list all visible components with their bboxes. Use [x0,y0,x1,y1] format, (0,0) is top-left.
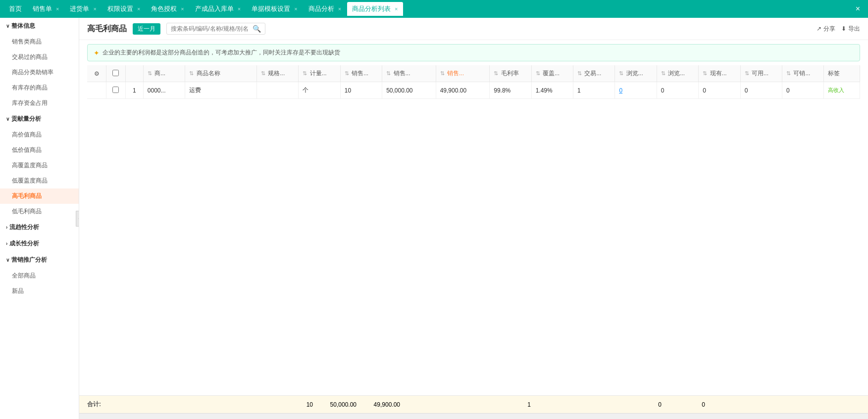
col-sales-profit[interactable]: ⇅ 销售... [436,65,490,82]
arrow-down-icon: ∨ [6,23,9,29]
nav-product-analysis-list[interactable]: 商品分析列表 × [347,2,403,16]
sort-icon-15: ⇅ [786,70,791,76]
col-unit[interactable]: ⇅ 计量... [299,65,340,82]
cell-coverage: 1.49% [531,82,573,99]
cell-code: 0000... [143,82,185,99]
sort-icon-14: ⇅ [745,70,749,76]
settings-icon: ⚙ [94,70,100,77]
sidebar-item-low-coverage[interactable]: 低覆盖度商品 [0,173,79,188]
export-button[interactable]: ⬇ 导出 [841,25,860,33]
col-settings[interactable]: ⚙ [87,65,106,82]
close-permission-settings-icon[interactable]: × [137,6,140,12]
table-row: 1 0000... 运费 个 10 50,000.00 49,900.00 99… [87,82,860,99]
share-button[interactable]: ↗ 分享 [817,25,835,33]
col-available[interactable]: ⇅ 可用... [740,65,782,82]
sidebar-item-high-coverage[interactable]: 高覆盖度商品 [0,158,79,173]
col-rownum [125,65,143,82]
col-coverage[interactable]: ⇅ 覆盖... [531,65,573,82]
sort-icon-6: ⇅ [386,70,391,76]
col-gross-margin[interactable]: ⇅ 毛利率 [490,65,531,82]
sidebar-item-sales-goods[interactable]: 销售类商品 [0,34,79,49]
sidebar-item-low-value[interactable]: 低价值商品 [0,142,79,158]
star-icon: ✦ [94,49,100,57]
arrow-right-icon-2: › [6,241,7,246]
table-header-row: ⚙ ⇅ 商... ⇅ 商品名称 [87,65,860,82]
cell-current-stock: 0 [699,82,740,99]
sidebar-item-stock-capital[interactable]: 库存资金占用 [0,95,79,111]
cell-settings [87,82,106,99]
select-all-checkbox[interactable] [112,70,119,76]
close-all-button[interactable]: × [852,4,864,13]
cell-unit: 个 [299,82,340,99]
cell-checkbox [106,82,126,99]
search-icon-button[interactable]: 🔍 [253,25,261,33]
close-product-warehouse-icon[interactable]: × [238,6,241,12]
sidebar-item-high-margin[interactable]: 高毛利商品 [0,188,79,204]
info-banner: ✦ 企业的主要的利润都是这部分商品创造的，可考虑加大推广，同时关注库存是不要出现… [87,44,860,61]
top-nav: 首页 销售单 × 进货单 × 权限设置 × 角色授权 × 产成品入库单 × 单据… [0,0,868,18]
col-sales-qty[interactable]: ⇅ 销售... [340,65,382,82]
col-code[interactable]: ⇅ 商... [143,65,185,82]
sidebar-item-low-margin[interactable]: 低毛利商品 [0,204,79,219]
sidebar-item-high-value[interactable]: 高价值商品 [0,127,79,142]
sidebar-group-marketing[interactable]: ∨ 营销推广分析 [0,252,79,268]
export-icon: ⬇ [841,25,846,32]
footer-sales-amount: 50,000.00 [321,401,360,408]
sidebar-item-new-goods[interactable]: 新品 [0,283,79,299]
table-container[interactable]: ⚙ ⇅ 商... ⇅ 商品名称 [87,65,860,395]
page-title: 高毛利商品 [87,24,127,34]
sort-icon-8: ⇅ [494,70,498,76]
arrow-right-icon: › [6,225,7,230]
sidebar-item-traded-goods[interactable]: 交易过的商品 [0,49,79,65]
close-template-settings-icon[interactable]: × [294,6,297,12]
col-name[interactable]: ⇅ 商品名称 [185,65,257,82]
close-purchase-order-icon[interactable]: × [93,6,96,12]
row-checkbox[interactable] [112,87,119,93]
time-filter-button[interactable]: 近一月 [133,23,160,35]
search-input[interactable] [171,25,250,32]
nav-home[interactable]: 首页 [4,2,27,16]
col-transaction[interactable]: ⇅ 交易... [573,65,615,82]
sidebar-group-growth[interactable]: › 成长性分析 [0,235,79,252]
cell-rownum: 1 [125,82,143,99]
footer-label: 合计: [87,400,101,409]
sidebar-group-trend[interactable]: › 流趋性分析 [0,219,79,235]
sort-icon-11: ⇅ [619,70,623,76]
sidebar-item-category-rate[interactable]: 商品分类助销率 [0,65,79,80]
footer-transaction: 1 [495,401,535,408]
nav-template-settings[interactable]: 单据模板设置 × [247,2,302,16]
close-role-auth-icon[interactable]: × [181,6,184,12]
col-browse1[interactable]: ⇅ 浏览... [615,65,657,82]
cell-sales-profit: 49,900.00 [436,82,490,99]
sidebar: « ∨ 整体信息 销售类商品 交易过的商品 商品分类助销率 有库存的商品 库存资… [0,18,79,419]
cell-browse1[interactable]: 0 [615,82,657,99]
nav-product-warehouse[interactable]: 产成品入库单 × [190,2,246,16]
sidebar-item-all-goods[interactable]: 全部商品 [0,268,79,283]
close-product-analysis-icon[interactable]: × [338,6,341,12]
sidebar-group-overall[interactable]: ∨ 整体信息 [0,18,79,34]
close-sales-order-icon[interactable]: × [56,6,59,12]
nav-permission-settings[interactable]: 权限设置 × [102,2,145,16]
col-tag: 标签 [824,65,860,82]
col-current-stock[interactable]: ⇅ 现有... [699,65,740,82]
sidebar-item-stocked-goods[interactable]: 有库存的商品 [0,80,79,95]
nav-product-analysis[interactable]: 商品分析 × [304,2,346,16]
col-browse2[interactable]: ⇅ 浏览... [657,65,698,82]
col-spec[interactable]: ⇅ 规格... [256,65,298,82]
nav-sales-order[interactable]: 销售单 × [28,2,64,16]
cell-browse2: 0 [657,82,698,99]
col-sellable[interactable]: ⇅ 可销... [782,65,824,82]
content-header: 高毛利商品 近一月 🔍 ↗ 分享 ⬇ 导出 [79,18,868,40]
header-actions: ↗ 分享 ⬇ 导出 [817,25,860,33]
close-product-analysis-list-icon[interactable]: × [395,6,398,12]
col-sales-amount[interactable]: ⇅ 销售... [382,65,436,82]
search-box: 🔍 [166,23,265,35]
sidebar-group-contribution[interactable]: ∨ 贡献量分析 [0,111,79,127]
horizontal-scrollbar[interactable] [79,413,868,419]
content-area: 高毛利商品 近一月 🔍 ↗ 分享 ⬇ 导出 ✦ 企业的主要的利润都是这部分商品创… [79,18,868,419]
sidebar-collapse-button[interactable]: « [76,211,79,227]
cell-tag: 高收入 [824,82,860,99]
footer-available: 0 [669,401,709,408]
nav-role-auth[interactable]: 角色授权 × [146,2,189,16]
nav-purchase-order[interactable]: 进货单 × [65,2,101,16]
